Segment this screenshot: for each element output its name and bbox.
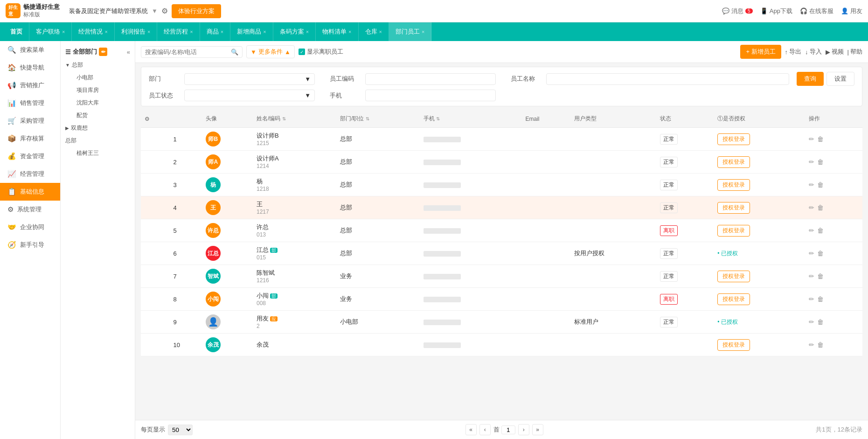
tree-item-small-elec[interactable]: 小电部 (67, 71, 135, 84)
edit-btn[interactable]: ✏ (809, 295, 814, 303)
close-icon[interactable]: × (263, 29, 266, 35)
tab-bom[interactable]: 物料清单 × (316, 22, 358, 41)
auth-login-btn[interactable]: 授权登录 (717, 225, 750, 237)
close-icon[interactable]: × (221, 29, 223, 35)
sidebar-item-system[interactable]: ⚙系统管理 (0, 201, 60, 218)
dept-select[interactable]: ▼ (184, 73, 315, 85)
sidebar-item-purchase[interactable]: 🛒采购管理 (0, 112, 60, 130)
sidebar-item-basic[interactable]: 📋基础信息 (0, 183, 60, 201)
add-employee-btn[interactable]: + 新增员工 (740, 45, 781, 59)
row-auth[interactable]: 授权登录 (714, 334, 805, 356)
col-name-code[interactable]: 姓名/编码 ⇅ (253, 110, 336, 128)
close-icon[interactable]: × (147, 29, 150, 35)
close-icon[interactable]: × (104, 29, 107, 35)
col-phone[interactable]: 手机 ⇅ (420, 110, 521, 128)
tree-item-head[interactable]: ▼总部 (61, 59, 135, 71)
edit-btn[interactable]: ✏ (809, 227, 814, 234)
auth-login-btn[interactable]: 授权登录 (717, 339, 750, 351)
tree-item-shuanglu[interactable]: ▶双鹿想 (61, 122, 135, 134)
delete-btn[interactable]: 🗑 (817, 227, 824, 234)
row-auth[interactable]: 授权登录 (714, 288, 805, 311)
first-page-btn[interactable]: « (465, 424, 477, 435)
tab-profit[interactable]: 利润报告 × (115, 22, 157, 41)
col-settings[interactable]: ⚙ (141, 110, 169, 128)
row-auth[interactable]: 授权登录 (714, 265, 805, 288)
row-auth[interactable]: 授权登录 (714, 174, 805, 196)
delete-btn[interactable]: 🗑 (817, 250, 824, 257)
page-size-select[interactable]: 50 20 100 (168, 425, 193, 435)
dept-edit-btn[interactable]: ✏ (99, 48, 107, 56)
emp-code-input[interactable] (365, 73, 496, 85)
edit-btn[interactable]: ✏ (809, 250, 814, 257)
sidebar-item-sales[interactable]: 📊销售管理 (0, 94, 60, 112)
row-auth[interactable]: 授权登录 (714, 151, 805, 174)
tab-customer[interactable]: 客户联络 × (29, 22, 72, 41)
delete-btn[interactable]: 🗑 (817, 272, 824, 280)
gear-icon[interactable]: ⚙ (161, 7, 168, 15)
sidebar-item-guide[interactable]: 🧭新手引导 (0, 236, 60, 254)
sidebar-item-search[interactable]: 🔍搜索菜单 (0, 41, 60, 59)
collapse-btn[interactable]: « (127, 49, 130, 56)
sidebar-item-inventory[interactable]: 📦库存核算 (0, 130, 60, 147)
close-icon[interactable]: × (379, 29, 382, 35)
edit-btn[interactable]: ✏ (809, 318, 814, 326)
tree-item-project-room[interactable]: 项目库房 (67, 84, 135, 97)
tree-item-distribution[interactable]: 配货 (67, 109, 135, 122)
delete-btn[interactable]: 🗑 (817, 318, 824, 326)
next-page-btn[interactable]: › (518, 424, 529, 435)
auth-login-btn[interactable]: 授权登录 (717, 271, 750, 282)
tab-dept-staff[interactable]: 部门员工 × (389, 22, 431, 41)
edit-btn[interactable]: ✏ (809, 158, 814, 166)
delete-btn[interactable]: 🗑 (817, 158, 824, 166)
emp-status-select[interactable]: ▼ (184, 90, 315, 101)
auth-login-btn[interactable]: 授权登录 (717, 293, 750, 305)
tab-home[interactable]: 首页 (4, 22, 29, 41)
search-btn[interactable]: 查询 (797, 72, 824, 86)
close-icon[interactable]: × (348, 29, 351, 35)
user-btn[interactable]: 👤 用友 (841, 7, 862, 15)
help-btn[interactable]: | 帮助 (847, 48, 862, 56)
import-btn[interactable]: ↓ 导入 (805, 48, 822, 56)
auth-login-btn[interactable]: 授权登录 (717, 133, 750, 145)
phone-input[interactable] (365, 90, 496, 101)
edit-btn[interactable]: ✏ (809, 135, 814, 143)
row-auth[interactable]: 授权登录 (714, 219, 805, 242)
dropdown-arrow[interactable]: ▼ (152, 7, 158, 14)
close-icon[interactable]: × (422, 29, 424, 35)
show-resigned-toggle[interactable]: ✓ 显示离职员工 (299, 48, 343, 56)
last-page-btn[interactable]: » (532, 424, 543, 435)
emp-name-input[interactable] (546, 73, 789, 85)
delete-btn[interactable]: 🗑 (817, 204, 824, 211)
tree-item-plant[interactable]: 植树王三 (67, 147, 135, 160)
delete-btn[interactable]: 🗑 (817, 135, 824, 143)
sidebar-item-collab[interactable]: 🤝企业协同 (0, 218, 60, 236)
col-dept-pos[interactable]: 部门/职位 ⇅ (336, 110, 420, 128)
auth-login-btn[interactable]: 授权登录 (717, 179, 750, 191)
auth-login-btn[interactable]: 授权登录 (717, 156, 750, 168)
tab-barcode[interactable]: 条码方案 × (273, 22, 316, 41)
tree-item-shenyang[interactable]: 沈阳大库 (67, 97, 135, 109)
edit-btn[interactable]: ✏ (809, 341, 814, 348)
sidebar-item-finance[interactable]: 💰资金管理 (0, 147, 60, 165)
app-download-btn[interactable]: 📱 App下载 (760, 7, 792, 15)
sidebar-item-nav[interactable]: 🏠快捷导航 (0, 59, 60, 77)
prev-page-btn[interactable]: ‹ (479, 424, 491, 435)
tab-goods[interactable]: 商品 × (200, 22, 230, 41)
search-input[interactable] (145, 49, 229, 56)
tree-item-head2[interactable]: 总部 (61, 134, 135, 147)
trial-button[interactable]: 体验行业方案 (172, 4, 221, 18)
auth-login-btn[interactable]: 授权登录 (717, 202, 750, 214)
edit-btn[interactable]: ✏ (809, 272, 814, 280)
message-btn[interactable]: 💬 消息 5 (722, 7, 753, 15)
edit-btn[interactable]: ✏ (809, 204, 814, 211)
view-btn[interactable]: ▶ 视频 (826, 48, 844, 56)
online-service-btn[interactable]: 🎧 在线客服 (800, 7, 833, 15)
close-icon[interactable]: × (306, 29, 309, 35)
more-filter-btn[interactable]: ▼ 更多条件 ▲ (246, 45, 295, 58)
all-dept-label[interactable]: 全部部门 (73, 48, 97, 56)
reset-btn[interactable]: 设置 (826, 72, 854, 86)
sidebar-item-manage[interactable]: 📈经营管理 (0, 165, 60, 183)
edit-btn[interactable]: ✏ (809, 181, 814, 188)
tab-history[interactable]: 经营历程 × (157, 22, 200, 41)
search-icon[interactable]: 🔍 (231, 49, 238, 56)
